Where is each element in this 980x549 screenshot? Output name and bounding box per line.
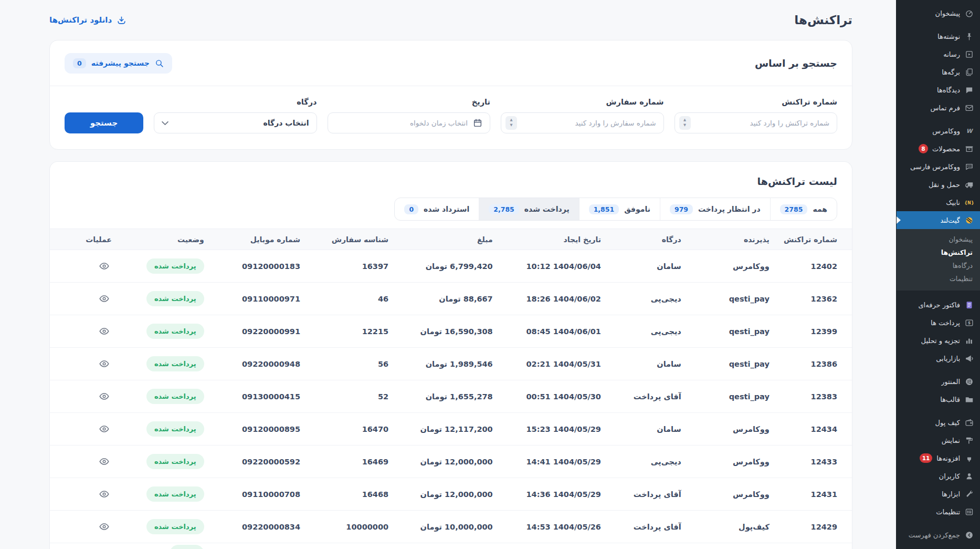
sidebar-item-dashboard[interactable]: پیشخوان xyxy=(897,4,980,22)
gateland-icon xyxy=(964,215,974,225)
cell-mobile: 09220000991 xyxy=(210,315,307,348)
themes-icon xyxy=(964,395,974,404)
cell-mobile: 09110000708 xyxy=(210,478,307,511)
column-header-merchant: پذیرنده xyxy=(688,229,776,250)
view-transaction-button[interactable] xyxy=(97,324,112,339)
cell-status: پرداخت شده xyxy=(118,511,210,543)
sidebar-item-elementor[interactable]: المنتور xyxy=(897,372,980,390)
date-input[interactable] xyxy=(335,119,468,127)
number-stepper-icon[interactable]: ▲▼ xyxy=(505,116,517,130)
status-badge: پرداخت شده xyxy=(146,324,204,339)
sidebar-item-label: پرداخت ها xyxy=(931,319,960,327)
cell-empty xyxy=(776,543,852,549)
view-transaction-button[interactable] xyxy=(97,389,112,404)
advanced-search-label: جستجو پیشرفته xyxy=(91,59,150,67)
tab-count-badge: 2,785 xyxy=(489,204,519,214)
page-header: تراکنش‌ها دانلود تراکنش‌ها xyxy=(49,8,852,32)
tab-count-badge: 1,851 xyxy=(589,204,619,214)
sidebar-subitem-gateland-transactions[interactable]: تراکنش‌ها xyxy=(897,246,980,259)
table-row: 12386qesti_payسامان02:21 1404/05/311,989… xyxy=(50,348,852,380)
view-transaction-button[interactable] xyxy=(97,356,112,371)
sidebar-item-label: جمع‌کردن فهرست xyxy=(909,531,960,539)
view-transaction-button[interactable] xyxy=(97,486,112,502)
tab-failed[interactable]: ناموفق1,851 xyxy=(579,198,660,220)
sidebar-item-posts[interactable]: نوشته‌ها xyxy=(897,27,980,45)
sidebar-item-comments[interactable]: دیدگاه‌ها xyxy=(897,81,980,99)
transactions-list-card: لیست تراکنش‌ها همه2785در انتظار پرداخت97… xyxy=(49,161,852,549)
advanced-search-button[interactable]: جستجو پیشرفته 0 xyxy=(65,53,172,74)
sidebar-item-analytics[interactable]: تجزیه و تحلیل xyxy=(897,332,980,349)
cell-mobile-value: 09220000592 xyxy=(242,458,300,466)
sidebar-subitem-gateland-dashboard[interactable]: پیشخوان xyxy=(897,233,980,246)
tab-pending[interactable]: در انتظار پرداخت979 xyxy=(660,198,770,220)
tab-count-badge: 0 xyxy=(404,204,418,214)
cell-gateway: آقای پرداخت xyxy=(607,511,688,543)
view-transaction-button[interactable] xyxy=(97,258,112,274)
cell-created-at: 02:21 1404/05/31 xyxy=(499,348,607,380)
tab-paid[interactable]: پرداخت شده2,785 xyxy=(479,198,578,220)
cell-merchant: ووکامرس xyxy=(688,446,776,478)
page-title: تراکنش‌ها xyxy=(794,13,852,27)
date-label: تاریخ xyxy=(328,98,491,106)
view-transaction-button[interactable] xyxy=(97,291,112,306)
cell-amount: 12,000,000 تومان xyxy=(395,446,499,478)
sidebar-item-templates[interactable]: قالب‌ها xyxy=(897,390,980,408)
cell-amount: 88,667 تومان xyxy=(395,283,499,315)
download-icon xyxy=(117,15,127,25)
tab-label: پرداخت شده xyxy=(524,205,570,213)
sidebar-item-marketing[interactable]: بازاریابی xyxy=(897,349,980,367)
cell-status: پرداخت شده xyxy=(118,413,210,446)
sidebar-item-woocommerce-farsi[interactable]: ووکامرس فارسی xyxy=(897,158,980,175)
cell-created-at: 14:41 1404/05/29 xyxy=(499,446,607,478)
sidebar-item-appearance[interactable]: نمایش xyxy=(897,431,980,449)
payments-icon: $ xyxy=(964,318,974,327)
invoice-icon xyxy=(964,300,974,309)
sidebar-item-contact-form[interactable]: فرم تماس xyxy=(897,99,980,117)
view-transaction-button[interactable] xyxy=(97,519,112,534)
sidebar-item-pages[interactable]: برگه‌ها xyxy=(897,63,980,81)
sidebar-item-users[interactable]: کاربران xyxy=(897,467,980,485)
gateway-label: درگاه xyxy=(154,98,317,106)
sidebar-item-tools[interactable]: ابزارها xyxy=(897,485,980,503)
sidebar-item-wallet[interactable]: کیف پول xyxy=(897,413,980,431)
sidebar-item-products[interactable]: محصولات8 xyxy=(897,140,980,158)
number-stepper-icon[interactable]: ▲▼ xyxy=(679,116,691,130)
marketing-icon xyxy=(964,354,974,363)
view-transaction-button[interactable] xyxy=(97,454,112,469)
sidebar-subitem-gateland-settings[interactable]: تنظیمات xyxy=(897,272,980,285)
transactions-table: شماره تراکنشپذیرندهدرگاهتاریخ ایجادمبلغش… xyxy=(50,229,852,549)
sidebar-item-nabik[interactable]: {N}نابیک xyxy=(897,193,980,211)
tab-label: در انتظار پرداخت xyxy=(698,205,761,213)
sidebar-item-plugins[interactable]: افزونه‌ها11 xyxy=(897,449,980,467)
sidebar-item-label: بازاریابی xyxy=(936,355,960,362)
order-number-label: شماره سفارش xyxy=(501,98,664,106)
cell-amount: 1,989,546 تومان xyxy=(395,348,499,380)
sidebar-item-payments[interactable]: $پرداخت ها xyxy=(897,314,980,332)
sidebar-item-woocommerce[interactable]: Wووکامرس xyxy=(897,122,980,140)
sidebar-subitem-gateland-gateways[interactable]: درگاه‌ها xyxy=(897,259,980,272)
cell-order-id: 52 xyxy=(307,380,395,413)
sidebar-item-shipping[interactable]: حمل و نقل xyxy=(897,175,980,193)
sidebar-item-settings[interactable]: تنظیمات xyxy=(897,503,980,521)
gateway-select[interactable]: انتخاب درگاه xyxy=(154,112,317,133)
sidebar-item-gateland[interactable]: گیت‌لند xyxy=(897,211,980,229)
column-header-created_at: تاریخ ایجاد xyxy=(499,229,607,250)
search-button[interactable]: جستجو xyxy=(65,112,143,133)
cell-mobile-value: 09220000948 xyxy=(242,360,300,368)
tab-all[interactable]: همه2785 xyxy=(770,198,837,220)
products-icon xyxy=(964,144,974,153)
view-transaction-button[interactable] xyxy=(97,421,112,437)
order-number-input[interactable] xyxy=(509,119,656,127)
sidebar-item-pro-invoice[interactable]: فاکتور حرفه‌ای xyxy=(897,296,980,314)
sidebar-item-media[interactable]: رسانه xyxy=(897,45,980,63)
sidebar-item-label: ابزارها xyxy=(942,490,960,498)
cell-gateway: سامان xyxy=(607,413,688,446)
table-row: 12402ووکامرسسامان10:12 1404/06/046,799,4… xyxy=(50,250,852,283)
download-transactions-link[interactable]: دانلود تراکنش‌ها xyxy=(49,15,127,25)
sidebar-item-collapse-menu[interactable]: جمع‌کردن فهرست xyxy=(897,526,980,544)
cell-created-at-value: 08:45 1404/06/01 xyxy=(526,327,601,336)
sidebar-item-label: تجزیه و تحلیل xyxy=(921,337,960,345)
transaction-number-input[interactable] xyxy=(682,119,830,127)
tab-refunded[interactable]: استرداد شده0 xyxy=(395,198,479,220)
cell-order-id: 10000000 xyxy=(307,511,395,543)
